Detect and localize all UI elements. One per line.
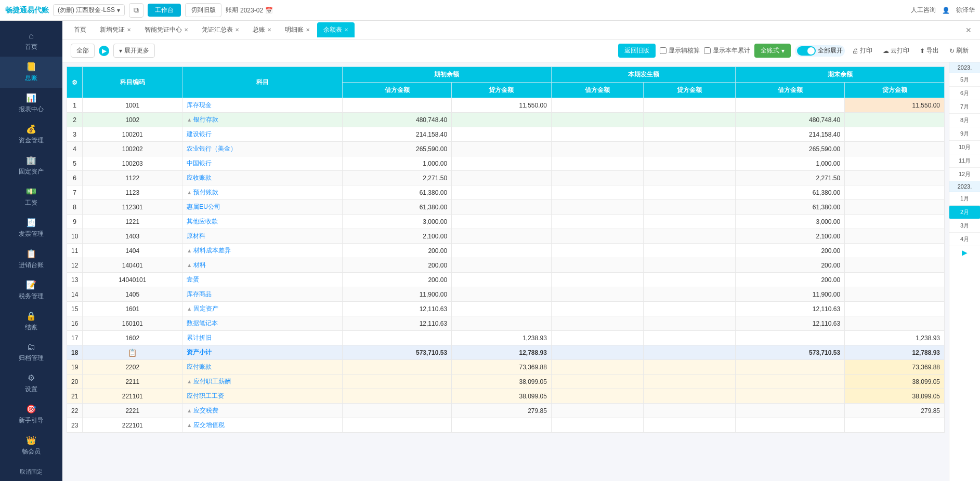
- expand-icon[interactable]: ▲: [187, 408, 192, 413]
- consult-link[interactable]: 人工咨询: [911, 6, 936, 15]
- row-name[interactable]: ▲预付账款: [182, 185, 343, 200]
- format-button[interactable]: 全账式 ▾: [754, 44, 791, 58]
- expand-icon[interactable]: ▲: [187, 422, 192, 428]
- right-panel-month-3[interactable]: 3月: [949, 219, 980, 233]
- expand-icon[interactable]: ▲: [187, 248, 192, 253]
- sidebar-item-capital[interactable]: 💰 资金管理: [0, 119, 62, 150]
- tab-balance-sheet[interactable]: 余额表 ✕: [317, 22, 355, 37]
- row-name[interactable]: 农业银行（美金）: [182, 142, 343, 156]
- row-name[interactable]: 应付职工工资: [182, 389, 343, 404]
- row-name[interactable]: ▲应付职工薪酬: [182, 375, 343, 389]
- right-panel-month-10[interactable]: 10月: [949, 141, 980, 154]
- sidebar-item-payroll[interactable]: 💵 工资: [0, 181, 62, 212]
- sidebar-item-settings[interactable]: ⚙ 设置: [0, 368, 62, 399]
- company-selector[interactable]: (勿删) 江西股金-LSS ▾: [53, 4, 125, 16]
- sidebar-item-closing[interactable]: 🔒 结账: [0, 306, 62, 337]
- show-ytd-checkbox[interactable]: [704, 47, 711, 54]
- row-name[interactable]: ▲材料成本差异: [182, 244, 343, 258]
- row-name[interactable]: 库存现金: [182, 98, 343, 113]
- row-opening_d: [343, 404, 452, 418]
- unpin-label[interactable]: 取消固定: [20, 468, 43, 476]
- tab-new-voucher[interactable]: 新增凭证 ✕: [94, 22, 137, 37]
- row-name[interactable]: ▲材料: [182, 258, 343, 273]
- all-filter-button[interactable]: 全部: [71, 44, 95, 58]
- show-aux-checkbox[interactable]: [660, 47, 667, 54]
- right-panel-month-9[interactable]: 9月: [949, 127, 980, 141]
- sidebar-item-home[interactable]: ⌂ 首页: [0, 26, 62, 57]
- row-name[interactable]: 原材料: [182, 229, 343, 244]
- row-name[interactable]: 库存商品: [182, 287, 343, 302]
- tab-voucher-summary-close[interactable]: ✕: [235, 27, 239, 33]
- expand-all-switch[interactable]: [797, 46, 816, 56]
- tab-detail-ledger-close[interactable]: ✕: [306, 27, 310, 33]
- expand-icon[interactable]: ▲: [187, 190, 192, 195]
- row-name[interactable]: 应收账款: [182, 171, 343, 185]
- row-code: 1221: [83, 215, 182, 229]
- sidebar-item-fixed-assets[interactable]: 🏢 固定资产: [0, 150, 62, 181]
- row-opening_c: [452, 156, 552, 171]
- row-name[interactable]: ▲银行存款: [182, 113, 343, 127]
- forward-arrow-button[interactable]: ▶: [99, 46, 109, 56]
- row-name[interactable]: 累计折旧: [182, 331, 343, 345]
- sidebar-item-reports[interactable]: 📊 报表中心: [0, 88, 62, 119]
- tab-voucher-summary[interactable]: 凭证汇总表 ✕: [195, 22, 245, 37]
- row-name[interactable]: ▲应交税费: [182, 404, 343, 418]
- row-name[interactable]: ▲固定资产: [182, 302, 343, 316]
- row-name[interactable]: 数据笔记本: [182, 316, 343, 331]
- sidebar-item-purchase-sales[interactable]: 📋 进销台账: [0, 244, 62, 275]
- right-panel-toggle[interactable]: ▶: [949, 246, 980, 259]
- row-name[interactable]: 应付账款: [182, 360, 343, 375]
- calendar-icon[interactable]: 📅: [265, 7, 273, 14]
- right-panel-month-2[interactable]: 2月: [949, 206, 980, 219]
- right-panel-month-8[interactable]: 8月: [949, 114, 980, 127]
- row-name[interactable]: 建设银行: [182, 127, 343, 142]
- tab-smart-verify[interactable]: 智能凭证中心 ✕: [138, 22, 194, 37]
- right-panel-month-4[interactable]: 4月: [949, 233, 980, 246]
- expand-icon[interactable]: ▲: [187, 262, 192, 268]
- row-code: 1002: [83, 113, 182, 127]
- row-name[interactable]: 中国银行: [182, 156, 343, 171]
- settings-col-header[interactable]: ⚙: [67, 67, 83, 98]
- tab-home[interactable]: 首页: [68, 22, 93, 37]
- expand-icon[interactable]: ▲: [187, 379, 192, 384]
- export-button[interactable]: ⬆ 导出: [917, 44, 942, 57]
- right-panel-month-1[interactable]: 1月: [949, 192, 980, 206]
- tab-new-voucher-close[interactable]: ✕: [127, 27, 131, 33]
- row-name[interactable]: 惠属EU公司: [182, 200, 343, 215]
- refresh-button[interactable]: ↻ 刷新: [946, 44, 972, 57]
- row-current_d: [551, 127, 643, 142]
- tab-general-ledger[interactable]: 总账 ✕: [246, 22, 278, 37]
- row-opening_d: 200.00: [343, 244, 452, 258]
- print-button[interactable]: 🖨 打印: [849, 44, 876, 57]
- sidebar-item-member[interactable]: 👑 畅会员: [0, 430, 62, 461]
- row-name[interactable]: 壹蛋: [182, 273, 343, 287]
- row-name[interactable]: 其他应收款: [182, 215, 343, 229]
- expand-icon[interactable]: ▲: [187, 117, 192, 123]
- row-name[interactable]: ▲应交增值税: [182, 418, 343, 433]
- row-name[interactable]: 资产小计: [182, 345, 343, 360]
- sidebar-item-invoice[interactable]: 🧾 发票管理: [0, 212, 62, 244]
- close-all-button[interactable]: ✕: [962, 25, 975, 35]
- tab-detail-ledger[interactable]: 明细账 ✕: [279, 22, 316, 37]
- copy-icon[interactable]: ⧉: [129, 3, 143, 18]
- tab-general-ledger-close[interactable]: ✕: [267, 27, 271, 33]
- workbench-button[interactable]: 工作台: [148, 4, 181, 17]
- old-version-button[interactable]: 切到旧版: [185, 3, 221, 17]
- expand-more-button[interactable]: ▾ 展开更多: [113, 44, 155, 58]
- cloud-print-button[interactable]: ☁ 云打印: [880, 44, 912, 57]
- sidebar-item-tax[interactable]: 📝 税务管理: [0, 275, 62, 306]
- row-code: 📋: [83, 345, 182, 360]
- right-panel-month-5[interactable]: 5月: [949, 73, 980, 87]
- expand-icon[interactable]: ▲: [187, 306, 192, 312]
- right-panel-month-6[interactable]: 6月: [949, 87, 980, 100]
- sidebar-item-archive[interactable]: 🗂 归档管理: [0, 337, 62, 368]
- right-panel-month-12[interactable]: 12月: [949, 168, 980, 181]
- right-panel-month-11[interactable]: 11月: [949, 154, 980, 168]
- gear-icon[interactable]: ⚙: [72, 79, 77, 86]
- return-old-button[interactable]: 返回旧版: [618, 44, 656, 58]
- sidebar-item-guide[interactable]: 🎯 新手引导: [0, 399, 62, 430]
- tab-balance-sheet-close[interactable]: ✕: [344, 27, 348, 33]
- sidebar-item-general-ledger[interactable]: 📒 总账: [0, 57, 62, 88]
- tab-smart-verify-close[interactable]: ✕: [184, 27, 188, 33]
- right-panel-month-7[interactable]: 7月: [949, 100, 980, 114]
